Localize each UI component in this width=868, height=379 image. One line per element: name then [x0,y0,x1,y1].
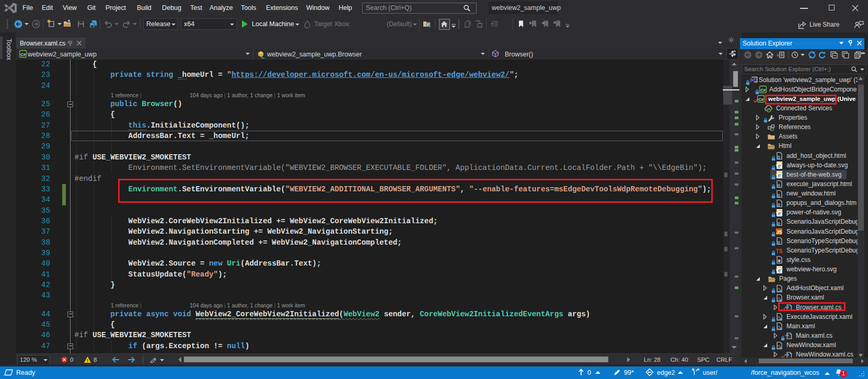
svg-text:C#: C# [758,97,764,102]
svg-text:TS: TS [776,248,783,254]
svg-text:C#: C# [760,88,766,93]
svg-text:!: ! [87,358,88,363]
svg-text:JS: JS [777,229,782,235]
svg-text:C#: C# [20,52,26,57]
